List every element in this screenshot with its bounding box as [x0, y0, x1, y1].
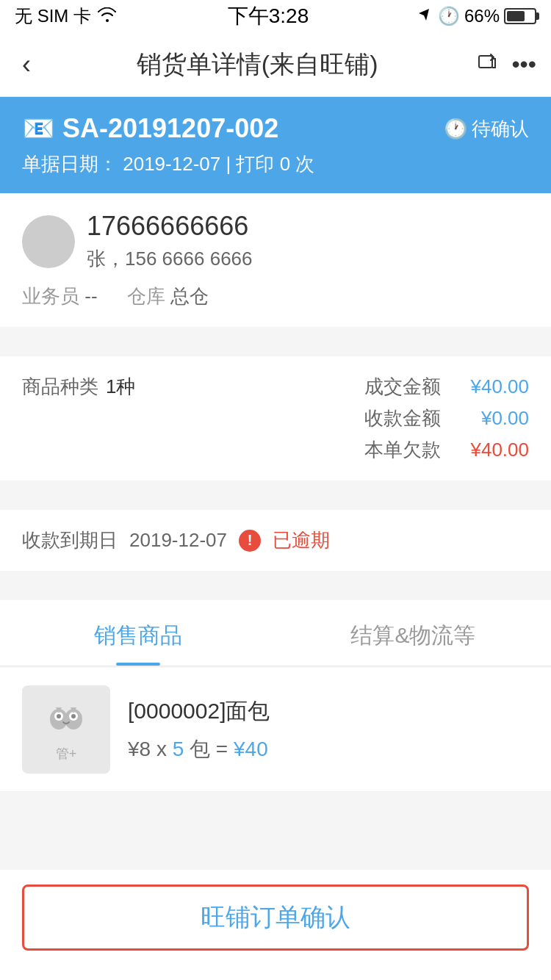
nav-bar: ‹ 销货单详情(来自旺铺) •••	[0, 32, 551, 97]
back-button[interactable]: ‹	[15, 42, 38, 87]
battery-text: 66%	[464, 6, 500, 26]
customer-name: 张，156 6666 6666	[87, 246, 253, 272]
overdue-label: 已逾期	[273, 527, 330, 553]
bottom-bar: 旺铺订单确认	[0, 870, 551, 980]
customer-meta: 业务员 -- 仓库 总仓	[22, 284, 529, 309]
tabs: 销售商品 结算&物流等	[0, 600, 551, 666]
order-status: 🕐 待确认	[444, 116, 529, 142]
product-qty: 5	[173, 738, 184, 760]
battery-icon	[504, 8, 536, 24]
overdue-icon: !	[239, 530, 261, 552]
status-bar: 无 SIM 卡 下午3:28 🕐 66%	[0, 0, 551, 32]
amount-received: 收款金额 ¥0.00	[364, 406, 529, 431]
carrier-text: 无 SIM 卡	[15, 4, 91, 28]
due-date-value: 2019-12-07	[129, 529, 227, 552]
nav-title: 销货单详情(来自旺铺)	[137, 48, 378, 82]
separator-1	[0, 327, 551, 342]
system-icons: 🕐 66%	[419, 6, 536, 26]
share-icon[interactable]	[476, 50, 500, 79]
amounts: 成交金额 ¥40.00 收款金额 ¥0.00 本单欠款 ¥40.00	[364, 374, 529, 463]
svg-rect-0	[479, 56, 492, 68]
brand-icon	[44, 697, 88, 742]
due-date-row: 收款到期日 2019-12-07 ! 已逾期	[0, 510, 551, 571]
product-price: ¥8 x 5 包 = ¥40	[128, 735, 529, 763]
order-icon: 📧	[22, 113, 55, 144]
product-thumbnail: 管+	[22, 685, 110, 774]
wifi-icon	[97, 6, 118, 26]
separator-2	[0, 480, 551, 495]
carrier-info: 无 SIM 卡	[15, 4, 118, 28]
tab-sales-goods[interactable]: 销售商品	[0, 600, 276, 666]
product-info: [0000002]面包 ¥8 x 5 包 = ¥40	[128, 696, 529, 763]
order-header: 📧 SA-20191207-002 🕐 待确认 单据日期： 2019-12-07…	[0, 97, 551, 193]
amount-owed: 本单欠款 ¥40.00	[364, 437, 529, 463]
product-item: 管+ [0000002]面包 ¥8 x 5 包 = ¥40	[0, 668, 551, 792]
separator-3	[0, 571, 551, 586]
summary-card: 商品种类 1种 成交金额 ¥40.00 收款金额 ¥0.00 本单欠款 ¥40.…	[0, 356, 551, 480]
product-list: 管+ [0000002]面包 ¥8 x 5 包 = ¥40	[0, 668, 551, 792]
nav-actions: •••	[476, 50, 536, 79]
svg-point-7	[71, 714, 76, 718]
product-type: 商品种类 1种	[22, 374, 135, 400]
clock-icon: 🕐	[444, 118, 467, 140]
svg-point-6	[57, 714, 61, 718]
tab-settlement[interactable]: 结算&物流等	[276, 600, 551, 666]
order-id: 📧 SA-20191207-002	[22, 113, 278, 144]
warehouse: 仓库 总仓	[127, 284, 209, 309]
customer-phone: 17666666666	[87, 211, 253, 242]
sales-person: 业务员 --	[22, 284, 98, 309]
svg-point-1	[43, 231, 54, 243]
location-icon	[419, 6, 433, 26]
amount-deal: 成交金额 ¥40.00	[364, 374, 529, 400]
time-display: 下午3:28	[228, 2, 309, 30]
order-date: 单据日期： 2019-12-07 | 打印 0 次	[22, 151, 529, 177]
product-name: [0000002]面包	[128, 696, 529, 727]
avatar	[22, 215, 75, 268]
confirm-button[interactable]: 旺铺订单确认	[22, 884, 529, 951]
alarm-icon: 🕐	[438, 6, 460, 26]
product-total: ¥40	[234, 738, 268, 760]
more-icon[interactable]: •••	[511, 51, 536, 78]
customer-card: 17666666666 张，156 6666 6666 业务员 -- 仓库 总仓	[0, 193, 551, 327]
brand-label: 管+	[56, 745, 77, 763]
